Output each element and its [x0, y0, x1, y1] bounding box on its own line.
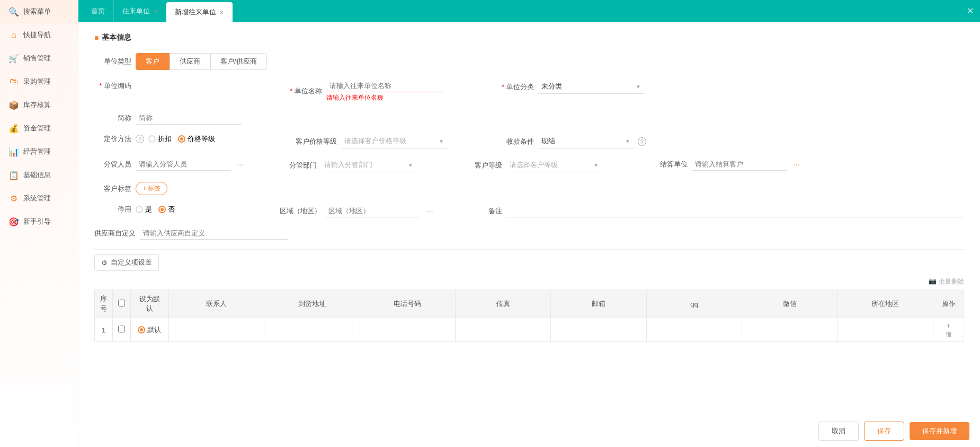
sidebar-item-newbie[interactable]: 🎯 新手引导: [0, 210, 78, 233]
unit-type-supplier-btn[interactable]: 供应商: [170, 53, 210, 70]
pricing-radio-group: 折扣 价格等级: [148, 134, 215, 144]
tab-partner[interactable]: 往来单位 ✕: [114, 0, 166, 22]
disabled-yes-radio[interactable]: 是: [136, 205, 152, 214]
department-group: 分管部门 请输入分管部门 ▼: [280, 158, 465, 172]
unit-type-buttons: 客户 供应商 客户/供应商: [136, 53, 267, 70]
col-email: 邮箱: [551, 290, 646, 318]
operations-icon: 📊: [8, 146, 19, 157]
settlement-input[interactable]: [692, 158, 787, 171]
row-address-input[interactable]: [270, 326, 354, 334]
sidebar-item-basic[interactable]: 📋 基础信息: [0, 163, 78, 187]
sidebar-item-sales[interactable]: 🛒 销售管理: [0, 47, 78, 70]
sales-icon: 🛒: [8, 53, 19, 64]
row-delete-btn[interactable]: 🗑: [943, 330, 954, 338]
pricing-help-icon[interactable]: ?: [136, 135, 144, 143]
row-checkbox-input[interactable]: [118, 326, 125, 332]
row-add-btn[interactable]: +: [945, 321, 952, 330]
payment-terms-chevron: ▼: [625, 138, 630, 144]
newbie-icon: 🎯: [8, 216, 19, 227]
settlement-label: 结算单位: [651, 160, 688, 169]
row-address: [264, 318, 360, 342]
purchase-icon: 🛍: [8, 76, 19, 87]
unit-code-group: 单位编码 000009: [94, 80, 285, 92]
action-bar: 取消 保存 保存并新增: [78, 415, 980, 447]
row-fax-input[interactable]: [461, 326, 545, 334]
pricing-radio-level[interactable]: 价格等级: [178, 134, 215, 144]
sidebar-item-operations[interactable]: 📊 经营管理: [0, 140, 78, 163]
tab-new-partner[interactable]: 新增往来单位 ✕: [166, 2, 233, 22]
region-more-btn[interactable]: ···: [425, 207, 435, 215]
region-input[interactable]: [325, 205, 421, 217]
row-phone: [360, 318, 455, 342]
abbr-input[interactable]: [136, 112, 242, 125]
custom-settings-button[interactable]: ⚙ 自定义项设置: [94, 254, 159, 271]
row-email: [551, 318, 646, 342]
unit-type-both-btn[interactable]: 客户/供应商: [210, 53, 267, 70]
select-all-checkbox[interactable]: [118, 300, 125, 306]
customer-price-group: 客户价格等级 请选择客户价格等级 ▼: [296, 134, 497, 148]
disabled-no-radio[interactable]: 否: [158, 205, 175, 214]
tab-new-partner-close[interactable]: ✕: [219, 10, 224, 15]
col-checkbox: [113, 290, 131, 318]
sidebar-label-finance: 资金管理: [23, 124, 51, 133]
add-tag-button[interactable]: + 标签: [136, 182, 167, 195]
supplier-custom-input[interactable]: [140, 227, 288, 240]
sidebar-item-search[interactable]: 🔍 搜索菜单: [0, 0, 78, 23]
department-select[interactable]: 请输入分管部门 ▼: [321, 158, 416, 172]
remarks-input[interactable]: [506, 205, 964, 217]
payment-terms-select[interactable]: 现结 ▼: [538, 134, 634, 148]
sidebar-item-system[interactable]: ⚙ 系统管理: [0, 187, 78, 210]
manager-more-btn[interactable]: ···: [235, 160, 246, 169]
supplier-custom-group: 供应商自定义: [94, 227, 964, 240]
sidebar-item-quicknav[interactable]: ⌂ 快捷导航: [0, 23, 78, 47]
row-default-radio-group: 默认: [136, 325, 163, 335]
customer-price-select[interactable]: 请选择客户价格等级 ▼: [341, 134, 447, 148]
sidebar-item-finance[interactable]: 💰 资金管理: [0, 117, 78, 140]
save-and-new-button[interactable]: 保存并新增: [910, 422, 969, 440]
row-contact-input[interactable]: [174, 326, 259, 334]
unit-name-input[interactable]: [326, 80, 443, 92]
row-default-radio[interactable]: 默认: [138, 325, 161, 335]
col-default: 设为默认: [131, 290, 169, 318]
sidebar-item-purchase[interactable]: 🛍 采购管理: [0, 70, 78, 93]
section-title: 基本信息: [102, 33, 131, 42]
customer-level-group: 客户等级 请选择客户等级 ▼: [465, 158, 651, 172]
col-action: 操作: [933, 290, 964, 318]
pricing-radio-discount[interactable]: 折扣: [148, 134, 172, 144]
main-area: 首页 往来单位 ✕ 新增往来单位 ✕ ✕ ■ 基本信息 单位类型 客户 供应商 …: [78, 0, 980, 447]
tab-partner-close[interactable]: ✕: [153, 8, 157, 14]
abbr-group: 简称: [94, 112, 964, 125]
row-region-input[interactable]: [843, 326, 928, 334]
tab-partner-label: 往来单位: [122, 6, 150, 16]
manager-input[interactable]: [136, 158, 231, 171]
row-actions: + 🗑: [933, 318, 964, 342]
cancel-button[interactable]: 取消: [818, 422, 859, 441]
sidebar-item-inventory[interactable]: 📦 库存核算: [0, 93, 78, 117]
sidebar-label-operations: 经营管理: [23, 147, 51, 156]
settlement-more-btn[interactable]: ···: [791, 160, 802, 169]
manager-row: 分管人员 ··· 分管部门 请输入分管部门 ▼ 客户等级 请选择客户等级 ▼ 结…: [94, 158, 964, 172]
divider: [94, 249, 964, 250]
unit-type-row: 单位类型 客户 供应商 客户/供应商: [94, 53, 964, 70]
table-header-row: 序号 设为默认 联系人 到货地址 电话号码 传真 邮箱 qq 微信 所在地区 操…: [95, 290, 964, 318]
row-phone-input[interactable]: [366, 326, 450, 334]
unit-code-input[interactable]: 000009: [136, 80, 242, 92]
col-address: 到货地址: [264, 290, 360, 318]
unit-type-customer-btn[interactable]: 客户: [136, 53, 170, 70]
row-email-input[interactable]: [556, 326, 640, 334]
unit-category-select[interactable]: 未分类 ▼: [538, 80, 644, 94]
tab-home[interactable]: 首页: [83, 0, 114, 22]
row-qq-input[interactable]: [652, 326, 737, 334]
pricing-level-label: 价格等级: [188, 134, 215, 144]
save-button[interactable]: 保存: [864, 422, 904, 441]
row-wechat-input[interactable]: [747, 326, 832, 334]
customer-level-select[interactable]: 请选择客户等级 ▼: [506, 158, 602, 172]
tag-label: 客户标签: [94, 184, 131, 194]
tag-group: 客户标签 + 标签: [94, 182, 964, 195]
payment-terms-help-icon[interactable]: ?: [638, 137, 646, 146]
sidebar-label-inventory: 库存核算: [23, 100, 51, 110]
window-close-button[interactable]: ✕: [967, 7, 974, 15]
customer-price-placeholder: 请选择客户价格等级: [344, 136, 406, 146]
batch-delete-label[interactable]: 批量删除: [939, 277, 964, 286]
tab-home-label: 首页: [91, 6, 105, 16]
